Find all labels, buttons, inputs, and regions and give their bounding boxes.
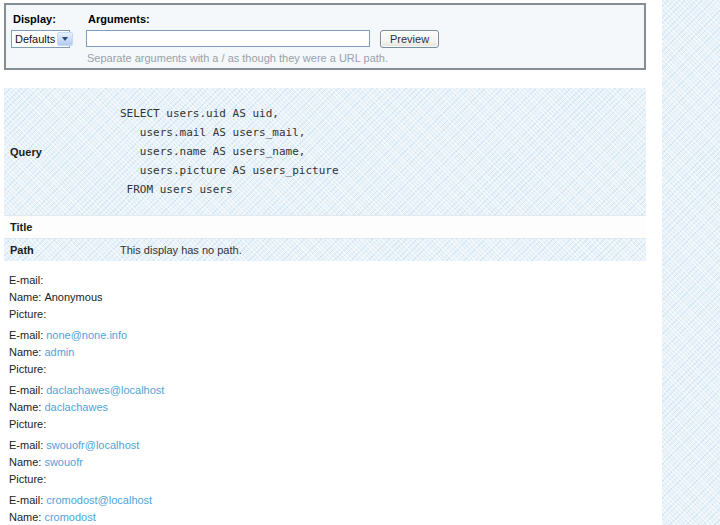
- preview-form-box: Display: Defaults Arguments: Preview Sep…: [4, 3, 646, 70]
- path-label: Path: [4, 239, 120, 261]
- user-name-link[interactable]: cromodost: [44, 511, 95, 523]
- email-label: E-mail:: [9, 329, 43, 341]
- query-label: Query: [4, 146, 120, 158]
- preview-results-list: E-mail: Name:Anonymous Picture: E-mail:n…: [4, 272, 646, 525]
- name-label: Name:: [9, 346, 41, 358]
- user-email-link[interactable]: none@none.info: [46, 329, 127, 341]
- email-label: E-mail:: [9, 384, 43, 396]
- title-label: Title: [4, 216, 120, 238]
- name-label: Name:: [9, 456, 41, 468]
- user-name: Anonymous: [44, 291, 102, 303]
- path-value: This display has no path.: [120, 239, 646, 261]
- display-label: Display:: [13, 13, 73, 25]
- preview-info-table: Query SELECT users.uid AS uid, users.mai…: [4, 88, 646, 261]
- arguments-column: Arguments: Preview Separate arguments wi…: [86, 11, 636, 62]
- user-email-link[interactable]: daclachawes@localhost: [46, 384, 164, 396]
- email-label: E-mail:: [9, 274, 43, 286]
- email-label: E-mail:: [9, 439, 43, 451]
- display-column: Display: Defaults: [11, 11, 73, 62]
- title-value: [120, 216, 646, 238]
- display-select-value: Defaults: [12, 33, 57, 46]
- list-item: E-mail:swouofr@localhost Name:swouofr Pi…: [9, 437, 646, 488]
- user-name-link[interactable]: daclachawes: [44, 401, 108, 413]
- page-background-strip: [662, 0, 720, 525]
- preview-button[interactable]: Preview: [380, 30, 439, 48]
- arguments-help-text: Separate arguments with a / as though th…: [87, 52, 636, 64]
- name-label: Name:: [9, 511, 41, 523]
- user-email-link[interactable]: cromodost@localhost: [46, 494, 152, 506]
- query-sql-text: SELECT users.uid AS uid, users.mail AS u…: [120, 104, 646, 199]
- picture-label: Picture:: [9, 418, 46, 430]
- list-item: E-mail:none@none.info Name:admin Picture…: [9, 327, 646, 378]
- path-row: Path This display has no path.: [4, 238, 646, 261]
- name-label: Name:: [9, 291, 41, 303]
- display-select[interactable]: Defaults: [11, 30, 70, 48]
- picture-label: Picture:: [9, 363, 46, 375]
- picture-label: Picture:: [9, 308, 46, 320]
- name-label: Name:: [9, 401, 41, 413]
- chevron-down-icon: [57, 32, 73, 46]
- user-email-link[interactable]: swouofr@localhost: [46, 439, 139, 451]
- title-row: Title: [4, 215, 646, 238]
- user-name-link[interactable]: admin: [44, 346, 74, 358]
- list-item: E-mail: Name:Anonymous Picture:: [9, 272, 646, 323]
- views-preview-page: Display: Defaults Arguments: Preview Sep…: [4, 3, 646, 525]
- list-item: E-mail:daclachawes@localhost Name:daclac…: [9, 382, 646, 433]
- arguments-label: Arguments:: [88, 13, 636, 25]
- arguments-row: Preview: [86, 30, 636, 48]
- arguments-input[interactable]: [86, 30, 370, 47]
- email-label: E-mail:: [9, 494, 43, 506]
- list-item: E-mail:cromodost@localhost Name:cromodos…: [9, 492, 646, 525]
- user-name-link[interactable]: swouofr: [44, 456, 83, 468]
- picture-label: Picture:: [9, 473, 46, 485]
- query-row: Query SELECT users.uid AS uid, users.mai…: [4, 88, 646, 215]
